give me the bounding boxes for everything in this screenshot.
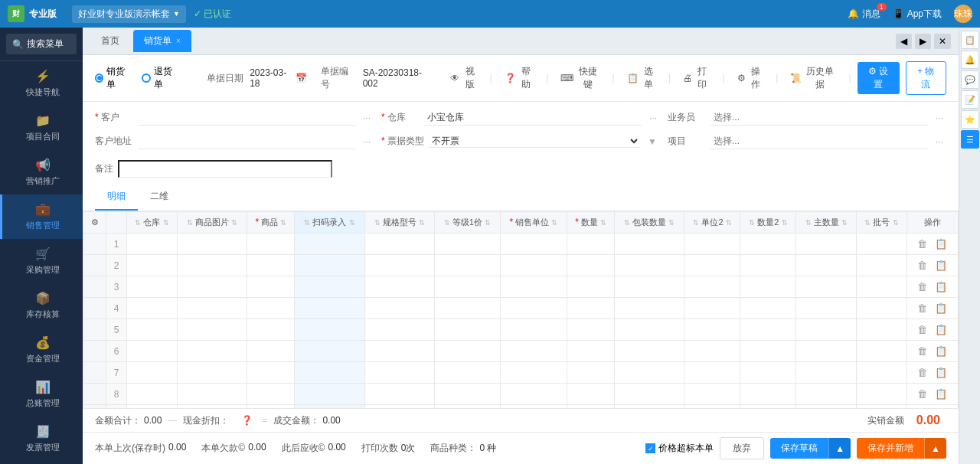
row-qty-3[interactable]	[567, 276, 615, 298]
col-product-img-header[interactable]: ⇅ 商品图片 ⇅	[177, 212, 247, 234]
app-download-button[interactable]: 📱 App下载	[893, 8, 942, 21]
row-level-price-6[interactable]	[434, 341, 500, 362]
add-logistics-button[interactable]: + 物流	[906, 61, 946, 95]
row-main-qty-8[interactable]	[796, 384, 857, 405]
row-product-8[interactable]	[247, 384, 295, 405]
right-panel-btn-6[interactable]: ☰	[961, 130, 979, 149]
row-unit2-2[interactable]	[684, 255, 740, 276]
radio-return-order[interactable]: 退货单	[142, 65, 179, 91]
user-avatar-button[interactable]: 珠珠	[954, 5, 972, 23]
warehouse-more-icon[interactable]: ···	[646, 113, 660, 123]
row-warehouse-8[interactable]	[127, 384, 178, 405]
row-pack-qty-1[interactable]	[615, 234, 684, 255]
tab-home[interactable]: 首页	[90, 30, 130, 52]
row-batch-8[interactable]	[857, 384, 907, 405]
note-input[interactable]	[118, 160, 332, 178]
row-level-price-4[interactable]	[434, 298, 500, 319]
sidebar-item-finance[interactable]: 💰 资金管理	[0, 328, 83, 372]
row-product-2[interactable]	[247, 255, 295, 276]
right-panel-btn-2[interactable]: 🔔	[961, 51, 979, 69]
row-product-img-7[interactable]	[177, 362, 247, 384]
row-product-1[interactable]	[247, 234, 295, 255]
row-warehouse-3[interactable]	[127, 276, 178, 298]
row-qty-2[interactable]	[567, 255, 615, 276]
row-copy-btn-3[interactable]: 📋	[933, 281, 949, 292]
print-button[interactable]: 🖨 打印	[677, 63, 717, 93]
row-spec-8[interactable]	[364, 384, 434, 405]
col-qty2-header[interactable]: ⇅ 数量2 ⇅	[740, 212, 796, 234]
row-level-price-1[interactable]	[434, 234, 500, 255]
row-copy-btn-5[interactable]: 📋	[933, 324, 949, 335]
row-qty2-4[interactable]	[740, 298, 796, 319]
row-copy-btn-6[interactable]: 📋	[933, 345, 949, 357]
row-pack-qty-6[interactable]	[615, 341, 684, 362]
row-main-qty-1[interactable]	[796, 234, 857, 255]
radio-sales-order[interactable]: 销货单	[95, 65, 132, 91]
tab-2d[interactable]: 二维	[138, 184, 181, 211]
sidebar-item-sales[interactable]: 💼 销售管理	[0, 194, 83, 239]
row-spec-1[interactable]	[364, 234, 434, 255]
row-unit2-3[interactable]	[684, 276, 740, 298]
row-product-img-4[interactable]	[177, 298, 247, 319]
row-warehouse-7[interactable]	[127, 362, 178, 384]
history-button[interactable]: 📜 历史单据	[784, 63, 842, 93]
row-delete-btn-1[interactable]: 🗑	[915, 238, 929, 250]
col-level-price-header[interactable]: ⇅ 等级1价 ⇅	[434, 212, 500, 234]
tab-detail[interactable]: 明细	[95, 184, 138, 211]
row-batch-enter-5[interactable]	[295, 319, 364, 341]
row-qty-5[interactable]	[567, 319, 615, 341]
notify-button[interactable]: 🔔 1 消息	[848, 8, 880, 21]
col-batch-enter-header[interactable]: ⇅ 扫码录入 ⇅	[295, 212, 364, 234]
col-settings-header[interactable]: ⚙	[83, 212, 106, 234]
customer-input[interactable]	[138, 109, 355, 126]
row-spec-2[interactable]	[364, 255, 434, 276]
row-product-img-1[interactable]	[177, 234, 247, 255]
row-qty2-7[interactable]	[740, 362, 796, 384]
row-product-6[interactable]	[247, 341, 295, 362]
row-copy-btn-2[interactable]: 📋	[933, 260, 949, 271]
help-button[interactable]: ❓ 帮助	[498, 63, 540, 93]
row-batch-5[interactable]	[857, 319, 907, 341]
row-pack-qty-7[interactable]	[615, 362, 684, 384]
row-sales-unit-4[interactable]	[500, 298, 567, 319]
tab-close-all-button[interactable]: ✕	[934, 34, 951, 49]
row-qty2-6[interactable]	[740, 341, 796, 362]
row-level-price-5[interactable]	[434, 319, 500, 341]
right-panel-btn-3[interactable]: 💬	[961, 70, 979, 89]
row-unit2-4[interactable]	[684, 298, 740, 319]
row-pack-qty-5[interactable]	[615, 319, 684, 341]
row-batch-7[interactable]	[857, 362, 907, 384]
tab-close-icon[interactable]: ×	[176, 37, 181, 45]
row-batch-1[interactable]	[857, 234, 907, 255]
row-product-5[interactable]	[247, 319, 295, 341]
row-pack-qty-2[interactable]	[615, 255, 684, 276]
row-main-qty-4[interactable]	[796, 298, 857, 319]
tab-prev-button[interactable]: ◀	[896, 34, 912, 49]
row-qty2-5[interactable]	[740, 319, 796, 341]
row-delete-btn-7[interactable]: 🗑	[915, 367, 929, 378]
row-level-price-8[interactable]	[434, 384, 500, 405]
row-product-img-2[interactable]	[177, 255, 247, 276]
col-qty-header[interactable]: * 数量 ⇅	[567, 212, 615, 234]
row-batch-3[interactable]	[857, 276, 907, 298]
row-product-img-3[interactable]	[177, 276, 247, 298]
row-qty2-8[interactable]	[740, 384, 796, 405]
select-button[interactable]: 📋 选单	[621, 63, 662, 93]
abandon-button[interactable]: 放弃	[720, 437, 764, 459]
ops-button[interactable]: ⚙ 操作	[731, 63, 770, 93]
row-sales-unit-8[interactable]	[500, 384, 567, 405]
save-new-arrow-button[interactable]: ▲	[924, 438, 946, 459]
row-batch-enter-1[interactable]	[295, 234, 364, 255]
row-copy-btn-8[interactable]: 📋	[933, 388, 949, 400]
sidebar-item-invoice[interactable]: 🧾 发票管理	[0, 417, 83, 461]
row-main-qty-2[interactable]	[796, 255, 857, 276]
row-level-price-3[interactable]	[434, 276, 500, 298]
row-qty2-1[interactable]	[740, 234, 796, 255]
customer-addr-more-icon[interactable]: ···	[360, 136, 374, 147]
row-unit2-7[interactable]	[684, 362, 740, 384]
row-delete-btn-2[interactable]: 🗑	[915, 260, 929, 271]
salesperson-more-icon[interactable]: ···	[933, 113, 946, 123]
row-unit2-1[interactable]	[684, 234, 740, 255]
col-sales-unit-header[interactable]: * 销售单位 ⇅	[500, 212, 567, 234]
row-product-7[interactable]	[247, 362, 295, 384]
